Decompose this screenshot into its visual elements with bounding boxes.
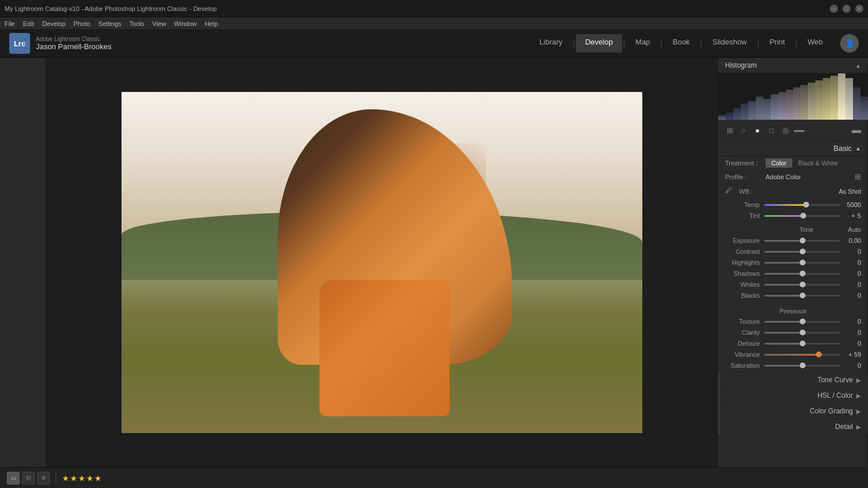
temp-track[interactable] xyxy=(764,204,840,206)
logo-text: Lrc xyxy=(14,39,25,48)
tool-redeye-icon[interactable]: □ xyxy=(764,123,778,137)
profile-grid-icon[interactable]: ⊞ xyxy=(855,172,861,181)
maximize-button[interactable]: □ xyxy=(843,5,851,13)
hist-bar xyxy=(718,115,726,120)
temp-thumb[interactable] xyxy=(803,202,809,208)
histogram-header: Histogram ▲ xyxy=(718,58,868,73)
presence-section: Presence xyxy=(718,302,868,317)
minimize-button[interactable]: — xyxy=(830,5,838,13)
bw-button[interactable]: Black & White xyxy=(792,158,843,168)
profile-value[interactable]: Adobe Color xyxy=(766,173,855,180)
nav-develop[interactable]: Develop xyxy=(576,34,622,53)
treatment-row: Treatment : Color Black & White xyxy=(718,156,868,170)
whites-thumb[interactable] xyxy=(800,282,806,287)
histogram-bars xyxy=(718,73,868,120)
star-5[interactable]: ★ xyxy=(94,474,102,483)
dehaze-track[interactable] xyxy=(764,343,840,345)
contrast-label: Contrast xyxy=(725,248,764,255)
detail-section[interactable]: Detail ▶ xyxy=(718,419,868,434)
vibrance-slider-row: Vibrance + 59 xyxy=(718,350,868,359)
blacks-slider-row: Blacks 0 xyxy=(718,291,868,300)
shadows-track[interactable] xyxy=(764,273,840,275)
vibrance-track[interactable] xyxy=(764,354,840,356)
auto-button[interactable]: Auto xyxy=(848,226,861,233)
wb-row: 🖉 WB : As Shot xyxy=(718,184,868,198)
contrast-value: 0 xyxy=(840,248,861,255)
blacks-track[interactable] xyxy=(764,295,840,297)
dehaze-fill xyxy=(764,343,803,345)
texture-track[interactable] xyxy=(764,321,840,323)
exposure-label: Exposure xyxy=(725,237,764,244)
tool-slider-icon[interactable]: ▬ xyxy=(849,123,863,137)
tool-crop-icon[interactable]: ○ xyxy=(737,123,751,137)
hsl-color-section[interactable]: HSL / Color ▶ xyxy=(718,387,868,403)
basic-collapse-arrow[interactable]: ▲ xyxy=(855,145,861,151)
titlebar-title: My Lightroom Catalog-v10 - Adobe Photosh… xyxy=(5,5,216,12)
presence-label: Presence xyxy=(725,305,861,316)
tint-thumb[interactable] xyxy=(800,213,806,219)
shadows-label: Shadows xyxy=(725,270,764,277)
histogram-collapse-arrow[interactable]: ▲ xyxy=(855,62,861,69)
dehaze-thumb[interactable] xyxy=(800,341,806,346)
tool-radial-icon[interactable]: ◎ xyxy=(778,123,792,137)
vibrance-thumb[interactable] xyxy=(816,352,822,357)
menubar: File Edit Develop Photo Settings Tools V… xyxy=(0,17,868,30)
menu-window[interactable]: Window xyxy=(174,20,197,27)
star-4[interactable]: ★ xyxy=(86,474,94,483)
shadows-thumb[interactable] xyxy=(800,271,806,276)
whites-track[interactable] xyxy=(764,284,840,286)
color-grading-section[interactable]: Color Grading ▶ xyxy=(718,403,868,419)
nav-library[interactable]: Library xyxy=(530,34,572,53)
menu-help[interactable]: Help xyxy=(205,20,218,27)
survey-view-btn[interactable]: ⊞ xyxy=(37,472,50,485)
compare-view-btn[interactable]: ⊟ xyxy=(22,472,35,485)
single-view-btn[interactable]: ▭ xyxy=(7,472,20,485)
wb-eyedropper-icon[interactable]: 🖉 xyxy=(725,186,735,197)
menu-photo[interactable]: Photo xyxy=(73,20,90,27)
menu-settings[interactable]: Settings xyxy=(98,20,122,27)
nav-book[interactable]: Book xyxy=(663,34,699,53)
highlights-track[interactable] xyxy=(764,262,840,264)
star-3[interactable]: ★ xyxy=(78,474,86,483)
clarity-track[interactable] xyxy=(764,332,840,334)
blacks-thumb[interactable] xyxy=(800,293,806,298)
color-button[interactable]: Color xyxy=(766,158,792,168)
tool-heal-icon[interactable]: ● xyxy=(751,123,764,137)
vibrance-value: + 59 xyxy=(840,351,861,358)
saturation-track[interactable] xyxy=(764,365,840,367)
nav-map[interactable]: Map xyxy=(626,34,659,53)
menu-edit[interactable]: Edit xyxy=(23,20,34,27)
exposure-track[interactable] xyxy=(764,240,840,242)
profile-icon[interactable]: 👤 xyxy=(840,34,859,53)
dehaze-value: 0 xyxy=(840,340,861,347)
contrast-track[interactable] xyxy=(764,251,840,253)
contrast-thumb[interactable] xyxy=(800,249,806,254)
photo-canvas xyxy=(122,92,642,433)
menu-view[interactable]: View xyxy=(152,20,166,27)
star-2[interactable]: ★ xyxy=(70,474,78,483)
detail-arrow: ▶ xyxy=(856,424,861,430)
tool-grid-icon[interactable]: ⊞ xyxy=(723,123,737,137)
menu-file[interactable]: File xyxy=(5,20,15,27)
basic-section-title: Basic xyxy=(833,144,852,153)
menu-develop[interactable]: Develop xyxy=(42,20,65,27)
saturation-thumb[interactable] xyxy=(800,363,806,368)
basic-section-header[interactable]: Basic ▲ xyxy=(718,141,868,156)
tool-gradient-icon[interactable]: ▬▬ xyxy=(792,123,806,137)
nav-web[interactable]: Web xyxy=(799,34,833,53)
wb-value[interactable]: As Shot xyxy=(838,188,861,195)
texture-thumb[interactable] xyxy=(800,319,806,324)
highlights-thumb[interactable] xyxy=(800,260,806,265)
nav-print[interactable]: Print xyxy=(760,34,795,53)
whites-label: Whites xyxy=(725,281,764,288)
tint-track[interactable] xyxy=(764,215,840,217)
menu-tools[interactable]: Tools xyxy=(130,20,145,27)
close-button[interactable]: ✕ xyxy=(855,5,863,13)
exposure-thumb[interactable] xyxy=(800,238,806,243)
nav-slideshow[interactable]: Slideshow xyxy=(703,34,756,53)
exposure-value: 0.00 xyxy=(840,237,861,244)
clarity-thumb[interactable] xyxy=(800,330,806,335)
tone-curve-section[interactable]: Tone Curve ▶ xyxy=(718,372,868,387)
profile-row: Profile : Adobe Color ⊞ xyxy=(718,171,868,182)
star-1[interactable]: ★ xyxy=(62,474,69,483)
